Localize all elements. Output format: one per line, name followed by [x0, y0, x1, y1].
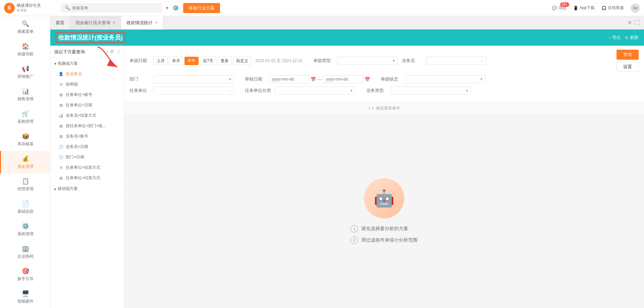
sidebar-item-operation[interactable]: 📋 经营管理	[0, 173, 50, 196]
date-btn-last-month[interactable]: 上月	[154, 57, 168, 65]
sidebar-item-quick-nav[interactable]: 🏠 快捷导航	[0, 39, 50, 61]
review-date-start[interactable]	[269, 75, 309, 83]
sidebar-item-guide[interactable]: 🎯 新手引导	[0, 263, 50, 286]
sidebar-item-search-menu[interactable]: 🔍 搜索菜单	[0, 16, 50, 39]
plan-group-desktop-title[interactable]: ▾ 电脑端方案	[50, 58, 124, 69]
collapse-panel-icon[interactable]: 《	[115, 49, 120, 55]
sales-icon: 📊	[22, 88, 29, 95]
dept-filter-select[interactable]: ▾	[154, 75, 234, 83]
plan-group-mobile: ▸ 移动端方案	[50, 184, 124, 194]
review-date-end[interactable]	[323, 75, 363, 83]
logo-icon: 6	[4, 3, 15, 13]
app-download-tool[interactable]: 📱 App下载	[573, 5, 595, 11]
partner-filter-input[interactable]: ···	[154, 87, 234, 95]
sidebar-item-hardware[interactable]: 🖥️ 智能硬件	[0, 286, 50, 308]
plan-item-staff-settle[interactable]: 📊 业务员+结算方式	[50, 110, 124, 121]
set-button[interactable]: 设置	[616, 62, 639, 72]
step-2-label: 用过滤条件来缩小分析范围	[361, 237, 418, 243]
tab-receipt-stats-close[interactable]: ✕	[155, 20, 158, 25]
plan-item-partner-date[interactable]: ▦ 往来单位+日期	[50, 100, 124, 110]
chevron-down-icon: ▾	[54, 61, 56, 66]
calendar-icon2[interactable]: 📅	[365, 77, 370, 82]
plan-item-partner-dept[interactable]: ▦ 按往来单位+部门+收...	[50, 121, 124, 131]
app-download-label: App下载	[580, 5, 595, 11]
date-btn-this-month[interactable]: 本月	[169, 57, 183, 65]
plan-icon-chart: 📊	[58, 113, 64, 118]
plan-item-label: 业务员+账号	[66, 134, 88, 139]
sidebar-label-search-menu: 搜索菜单	[17, 29, 34, 35]
tab-home-label: 首页	[56, 20, 64, 26]
type-filter-select[interactable]: ▾	[337, 57, 398, 65]
main-content: 首页 现金银行流水查询 ✕ 收款情况统计 ✕ ✕ ⛶ 收款情况统计(按业务员)	[50, 16, 644, 308]
plan-item-by-staff[interactable]: 👤 按业务员	[50, 69, 124, 79]
partner-type-label: 往来单位分类	[245, 88, 271, 94]
collapse-label: 收起更多条件	[376, 106, 400, 110]
sidebar-item-purchase[interactable]: 🛒 采购管理	[0, 106, 50, 129]
tab-bank-flow[interactable]: 现金银行流水查询 ✕	[70, 16, 121, 30]
plan-item-label: 往来单位+账号	[66, 92, 92, 98]
plan-item-label: 往来单位+日期	[66, 102, 92, 108]
trial-btn[interactable]: 体验行业方案	[183, 3, 220, 13]
plan-item-partner-account[interactable]: ▦ 往来单位+账号	[50, 90, 124, 100]
service-icon: 🎧	[601, 6, 606, 10]
dropdown-arrow-icon[interactable]: ▾	[166, 5, 168, 11]
plan-icon-grid: ⊞	[58, 82, 64, 87]
staff-more-icon: ···	[480, 58, 483, 63]
sidebar-item-sales[interactable]: 📊 销售管理	[0, 84, 50, 106]
menu-search-bar[interactable]: 🔍	[61, 4, 162, 12]
main-layout: 🔍 搜索菜单 🏠 快捷导航 📢 营销推广 📊 销售管理 🛒 采购管理 📦 库存核…	[0, 16, 644, 308]
partner-more-icon[interactable]: ···	[228, 88, 231, 93]
tab-home[interactable]: 首页	[50, 16, 70, 30]
plan-item-by-detail[interactable]: ⊞ 按明细	[50, 79, 124, 90]
online-service-tool[interactable]: 🎧 在线客服	[601, 5, 624, 11]
maximize-icon[interactable]: ⛶	[635, 20, 640, 26]
plan-item-partner-settle1[interactable]: ⊞ 往来单位+结算方式	[50, 162, 124, 173]
menu-search-input[interactable]	[72, 6, 158, 10]
filter-row-partner: 往来单位 ··· 往来单位分类 ▾	[129, 87, 639, 95]
message-tool[interactable]: 💬 消息 99+	[552, 5, 567, 11]
plan-item-partner-settle2[interactable]: ▦ 往来单位+结算方式	[50, 173, 124, 183]
sidebar-item-enterprise[interactable]: 🏢 企业协同	[0, 241, 50, 263]
refresh-btn[interactable]: ↻ 刷新	[625, 35, 639, 41]
empty-steps: 1 请先选择要分析的方案 2 用过滤条件来缩小分析范围	[351, 225, 418, 244]
step-1-label: 请先选择要分析的方案	[361, 226, 408, 232]
plan-icon-table4: ▦	[58, 134, 64, 139]
plan-item-staff-account[interactable]: ▦ 业务员+账号	[50, 131, 124, 142]
date-btn-more[interactable]: 更多	[218, 57, 232, 65]
plan-item-dept-date[interactable]: 🕐 部门+日期	[50, 152, 124, 162]
tab-receipt-stats[interactable]: 收款情况统计 ✕	[121, 16, 163, 30]
plan-group-mobile-title[interactable]: ▸ 移动端方案	[50, 184, 124, 194]
biz-type-select[interactable]: ▾	[390, 87, 471, 95]
close-tab-icon[interactable]: ✕	[628, 19, 632, 26]
query-button[interactable]: 查询	[616, 50, 639, 60]
type-filter-label: 单据类型	[313, 58, 333, 64]
date-btn-custom[interactable]: 自定义	[233, 57, 251, 65]
plan-item-label: 往来单位+结算方式	[66, 165, 100, 170]
collapse-bar[interactable]: ∧∧ 收起更多条件	[124, 102, 644, 114]
dept-dropdown-icon: ▾	[229, 77, 231, 82]
settings-plan-icon[interactable]: ⚙	[110, 49, 114, 55]
staff-filter-select[interactable]: ···	[426, 57, 486, 65]
sidebar-item-marketing[interactable]: 📢 营销推广	[0, 61, 50, 84]
sidebar-item-system[interactable]: ⚙️ 系统管理	[0, 218, 50, 241]
sidebar-item-basic[interactable]: 📄 基础信息	[0, 196, 50, 218]
user-avatar[interactable]: Rit	[631, 3, 640, 13]
add-plan-icon[interactable]: +	[106, 49, 109, 55]
sidebar-item-capital[interactable]: 💰 资金管理	[0, 151, 50, 173]
status-filter-label: 单据状态	[381, 76, 401, 82]
capital-icon: 💰	[22, 155, 29, 162]
calendar-icon[interactable]: 📅	[311, 77, 316, 82]
tab-bank-flow-close[interactable]: ✕	[112, 20, 115, 25]
search-menu-icon: 🔍	[22, 20, 29, 28]
plan-item-staff-date[interactable]: 🕐 业务员+日期	[50, 142, 124, 152]
date-btn-this-year[interactable]: 本年	[184, 57, 199, 65]
settings-icon[interactable]: ⚙️	[172, 5, 179, 11]
status-dropdown-icon: ▾	[480, 77, 482, 82]
partner-type-select[interactable]: ▾	[275, 87, 356, 95]
sidebar-label-guide: 新手引导	[17, 276, 34, 282]
date-btn-7days[interactable]: 近7天	[200, 57, 216, 65]
sidebar-item-inventory[interactable]: 📦 库存核算	[0, 129, 50, 151]
status-filter-select[interactable]: ▾	[405, 75, 485, 83]
export-btn[interactable]: ↑ 导出	[609, 35, 621, 41]
refresh-label: 刷新	[630, 35, 639, 41]
